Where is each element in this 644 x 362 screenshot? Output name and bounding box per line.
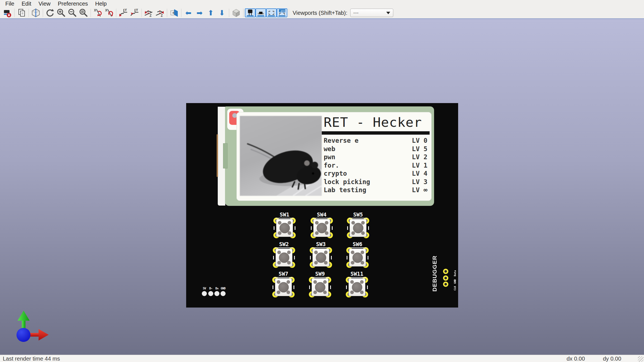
switch-sw5: SW5 <box>350 219 366 237</box>
skill-row: pwnLV 2 <box>324 153 427 161</box>
silkscreen-tick <box>368 226 369 230</box>
skill-name: for. <box>324 161 339 170</box>
copy-image-icon[interactable] <box>16 8 27 18</box>
silkscreen-tick <box>368 256 368 259</box>
silkscreen-tick <box>310 256 311 259</box>
chevron-down-icon <box>386 12 390 14</box>
silkscreen-tick <box>330 285 331 289</box>
menu-help[interactable]: Help <box>92 0 110 8</box>
eink-title: RET - Hecker <box>324 115 422 130</box>
viewports-label: Viewports (Shift+Tab): <box>293 10 347 16</box>
switch-body <box>350 219 366 237</box>
svg-text:Y: Y <box>136 8 138 12</box>
move-right-icon[interactable]: ➡ <box>194 8 205 18</box>
menu-file[interactable]: File <box>2 0 18 8</box>
skill-name: Lab testing <box>324 186 366 194</box>
viewports-dropdown-value: --- <box>353 10 359 16</box>
switch-plunger <box>353 223 363 233</box>
usb-pad-hole <box>214 291 219 296</box>
render-options-icon[interactable] <box>30 8 41 18</box>
rotate-x-ccw-icon[interactable]: X <box>103 8 115 18</box>
main-toolbar: X X Y Y Z Z ⬅ ➡ ⬆ ⬇ <box>0 8 644 18</box>
svg-text:.pos: .pos <box>279 9 285 12</box>
switch-label: SW1 <box>274 211 295 218</box>
pcb-board: RET - Hecker Reverse eLV 0 webLV 5 pwnLV… <box>186 103 458 308</box>
silkscreen-tick <box>273 285 273 289</box>
switch-sw11: SW11 <box>349 278 365 296</box>
status-bar: Last render time 44 ms dx 0.00 dy 0.00 <box>0 355 644 362</box>
silkscreen-tick <box>273 256 274 259</box>
skill-row: webLV 5 <box>324 145 427 153</box>
zoom-fit-icon[interactable] <box>78 8 89 18</box>
move-left-icon[interactable]: ⬅ <box>183 8 194 18</box>
switch-label: SW9 <box>309 271 331 277</box>
switch-sw2: SW2 <box>276 249 292 266</box>
skill-row: Reverse eLV 0 <box>324 137 427 145</box>
display-connector <box>223 143 228 168</box>
rotate-z-ccw-icon[interactable]: Z <box>154 8 165 18</box>
toolbar-separator <box>243 9 243 17</box>
show-tht-models-icon[interactable] <box>245 8 255 17</box>
switch-sw9: SW9 <box>312 278 328 296</box>
rotate-y-ccw-icon[interactable]: Y <box>129 8 140 18</box>
move-down-icon[interactable]: ⬇ <box>216 8 228 18</box>
zoom-in-icon[interactable] <box>56 8 67 18</box>
switch-body <box>312 278 328 296</box>
silkscreen-tick <box>311 226 312 230</box>
switch-body <box>312 249 329 266</box>
switch-plunger <box>352 253 363 263</box>
silkscreen-tick <box>332 226 333 230</box>
reload-board-icon[interactable] <box>2 8 13 18</box>
switch-plunger <box>317 223 327 233</box>
eink-skill-list: Reverse eLV 0 webLV 5 pwnLV 2 for.LV 1 c… <box>324 137 427 194</box>
usb-pad-label: GND <box>219 287 227 290</box>
switch-body <box>276 249 292 266</box>
switch-label: SW3 <box>310 241 332 247</box>
switch-label: SW2 <box>273 241 295 247</box>
viewport-3d-canvas[interactable]: RET - Hecker Reverse eLV 0 webLV 5 pwnLV… <box>0 18 644 355</box>
skill-name: lock picking <box>324 178 370 186</box>
render-time-status: Last render time 44 ms <box>3 356 60 362</box>
kicad-3d-viewer-window: File Edit View Preferences Help <box>0 0 644 362</box>
switch-body <box>276 219 293 237</box>
debugger-pad <box>443 275 448 281</box>
toolbar-separator <box>14 9 15 17</box>
skill-level: LV 5 <box>412 145 427 153</box>
debugger-pin-label: CLK <box>454 282 458 290</box>
skill-row: Lab testingLV ∞ <box>324 186 427 194</box>
switch-sw6: SW6 <box>349 249 366 266</box>
menu-view[interactable]: View <box>35 0 54 8</box>
skill-name: crypto <box>324 170 347 178</box>
toolbar-separator <box>43 9 43 17</box>
skill-level: LV 1 <box>412 161 427 170</box>
usb-pad-hole <box>208 291 213 296</box>
move-up-icon[interactable]: ⬆ <box>205 8 216 18</box>
debugger-label: DEBUGGER <box>431 264 438 292</box>
skill-name: web <box>324 145 335 153</box>
orthographic-projection-icon[interactable] <box>231 8 242 18</box>
axis-gizmo <box>12 309 54 345</box>
skill-name: pwn <box>324 153 335 161</box>
resize-grip[interactable] <box>638 356 643 362</box>
rotate-x-cw-icon[interactable]: X <box>92 8 103 18</box>
menu-preferences[interactable]: Preferences <box>54 0 92 8</box>
zoom-out-icon[interactable] <box>67 8 78 18</box>
switch-label: SW11 <box>346 271 368 277</box>
svg-text:Z: Z <box>161 14 163 18</box>
silkscreen-tick <box>295 226 295 230</box>
rotate-y-cw-icon[interactable]: Y <box>118 8 129 18</box>
silkscreen-tick <box>274 226 274 230</box>
flip-board-icon[interactable] <box>169 8 180 18</box>
debugger-pad <box>443 269 448 274</box>
refresh-view-icon[interactable] <box>44 8 56 18</box>
rotate-z-cw-icon[interactable]: Z <box>143 8 154 18</box>
show-virtual-models-icon[interactable] <box>266 8 277 17</box>
toolbar-separator <box>116 9 116 17</box>
viewports-dropdown[interactable]: --- <box>350 9 393 17</box>
menu-edit[interactable]: Edit <box>18 0 35 8</box>
switch-label: SW7 <box>273 271 294 277</box>
show-pos-models-icon[interactable]: .pos <box>277 8 287 17</box>
skill-row: cryptoLV 4 <box>324 170 427 178</box>
usb-pad-hole <box>202 291 207 296</box>
show-smd-models-icon[interactable] <box>255 8 266 17</box>
